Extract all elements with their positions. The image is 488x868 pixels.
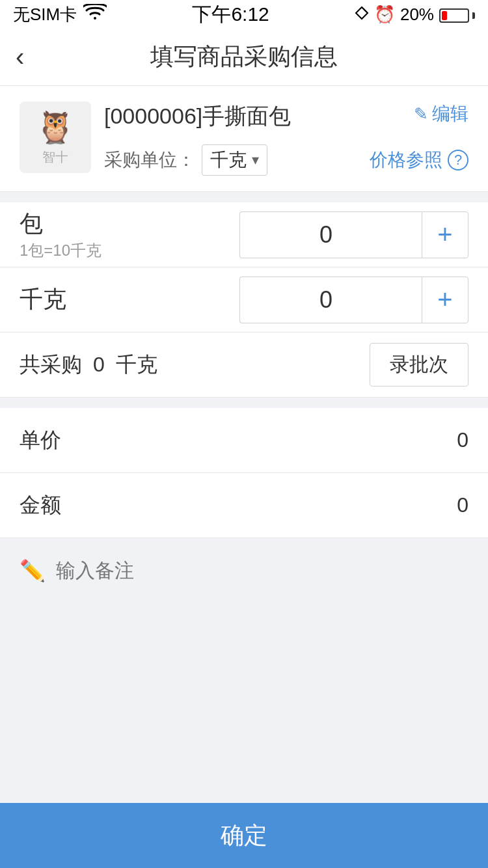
bag-quantity-input[interactable] [239, 211, 422, 258]
total-summary-row: 共采购 0 千克 录批次 [0, 332, 488, 398]
product-owl-icon: 🦉 [36, 109, 75, 146]
status-right: ⏰ 20% [355, 5, 475, 25]
divider-1 [0, 192, 488, 202]
amount-value: 0 [457, 493, 468, 517]
page-header: ‹ 填写商品采购信息 [0, 29, 488, 86]
bag-plus-button[interactable]: + [422, 211, 468, 258]
bag-sub-label: 1包=10千克 [20, 240, 102, 261]
remark-input[interactable] [56, 560, 468, 582]
bag-input-right: + [102, 211, 468, 258]
product-unit-row: 采购单位： 千克 ▾ 价格参照 ? [104, 144, 468, 176]
total-value: 0 [93, 353, 105, 376]
edit-label: 编辑 [432, 102, 468, 126]
unit-price-value: 0 [457, 428, 468, 452]
bag-label: 包 [20, 208, 102, 240]
kg-label-group: 千克 [20, 284, 98, 316]
confirm-button[interactable]: 确定 [0, 803, 488, 868]
total-unit: 千克 [116, 353, 157, 376]
quantity-input-section: 包 1包=10千克 + 千克 + 共采购 0 千克 [0, 202, 488, 398]
kg-quantity-input[interactable] [239, 277, 422, 323]
back-button[interactable]: ‹ [16, 42, 24, 72]
status-left: 无SIM卡 [13, 3, 107, 26]
record-batch-button[interactable]: 录批次 [370, 343, 468, 387]
kg-label: 千克 [20, 284, 98, 316]
confirm-label: 确定 [221, 820, 267, 852]
total-label: 共采购 0 千克 [20, 353, 157, 376]
divider-2 [0, 398, 488, 408]
unit-price-row: 单价 0 [0, 408, 488, 473]
edit-button[interactable]: ✎ 编辑 [414, 102, 468, 126]
wifi-icon [83, 4, 107, 25]
chevron-down-icon: ▾ [252, 152, 259, 169]
price-ref-label: 价格参照 [370, 148, 442, 172]
kg-plus-button[interactable]: + [422, 277, 468, 323]
amount-row: 金额 0 [0, 473, 488, 538]
page-title: 填写商品采购信息 [150, 41, 338, 73]
plus-icon-2: + [437, 285, 452, 314]
price-section: 单价 0 金额 0 [0, 408, 488, 538]
question-icon: ? [448, 150, 468, 170]
location-icon [355, 5, 369, 25]
product-image: 🦉 智十 [20, 102, 91, 173]
carrier-text: 无SIM卡 [13, 3, 77, 26]
unit-select-text: 千克 [210, 148, 247, 172]
alarm-icon: ⏰ [374, 5, 395, 25]
price-ref-button[interactable]: 价格参照 ? [370, 148, 468, 172]
product-card: 🦉 智十 [0000006]手撕面包 ✎ 编辑 采购单位： 千克 ▾ 价格参照 … [0, 86, 488, 192]
kg-input-row: 千克 + [0, 267, 488, 332]
product-info: [0000006]手撕面包 ✎ 编辑 采购单位： 千克 ▾ 价格参照 ? [104, 102, 468, 176]
product-image-label: 智十 [42, 148, 68, 166]
total-text-group: 共采购 0 千克 [20, 351, 157, 379]
empty-content-area [0, 603, 488, 798]
kg-input-right: + [98, 277, 468, 323]
battery-icon [439, 5, 475, 25]
unit-select[interactable]: 千克 ▾ [202, 144, 267, 176]
bag-label-group: 包 1包=10千克 [20, 208, 102, 261]
edit-icon: ✎ [414, 104, 428, 124]
product-top-row: [0000006]手撕面包 ✎ 编辑 [104, 102, 468, 131]
plus-icon: + [437, 220, 452, 249]
status-time: 下午6:12 [192, 1, 269, 28]
remark-section: ✏️ [0, 538, 488, 603]
bag-input-row: 包 1包=10千克 + [0, 202, 488, 267]
product-name: [0000006]手撕面包 [104, 102, 291, 131]
unit-label: 采购单位： [104, 148, 195, 172]
unit-selector-group: 采购单位： 千克 ▾ [104, 144, 267, 176]
unit-price-label: 单价 [20, 426, 61, 455]
status-bar: 无SIM卡 下午6:12 ⏰ 20% [0, 0, 488, 29]
battery-percent: 20% [400, 5, 434, 25]
pencil-icon: ✏️ [20, 558, 46, 583]
amount-label: 金额 [20, 491, 61, 520]
